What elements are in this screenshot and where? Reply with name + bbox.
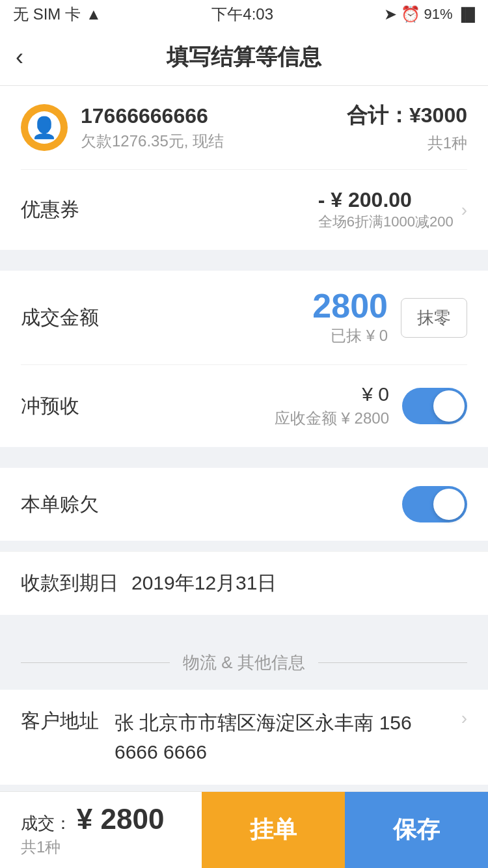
status-bar: 无 SIM 卡 ▲ 下午4:03 ➤ ⏰ 91% ▐█: [0, 0, 488, 29]
content-area: 👤 17666666666 欠款1276.35元, 现结 合计：¥3000 共1…: [0, 86, 488, 868]
wifi-icon: ▲: [86, 5, 102, 23]
due-date-value: 2019年12月31日: [131, 570, 277, 597]
carrier-text: 无 SIM 卡: [13, 4, 81, 25]
bottom-price: ¥ 2800: [77, 803, 165, 835]
section-gap-3: [0, 625, 488, 636]
chong-values: ¥ 0 应收金额 ¥ 2800: [275, 383, 389, 429]
section-gap-2: [0, 457, 488, 468]
battery-text: 91%: [424, 6, 453, 23]
chong-toggle[interactable]: [402, 388, 467, 424]
sheqian-label: 本单赊欠: [21, 491, 99, 518]
status-right: ➤ ⏰ 91% ▐█: [384, 5, 475, 23]
total-amount: 合计：¥3000: [347, 102, 467, 130]
customer-phone: 17666666666: [81, 104, 347, 128]
alarm-icon: ⏰: [401, 5, 420, 23]
logistics-line-left: [21, 662, 170, 663]
address-label: 客户地址: [21, 708, 99, 735]
due-date-section: 收款到期日 2019年12月31日: [0, 552, 488, 615]
bottom-chengjiao-label: 成交：: [21, 813, 72, 833]
sheqian-toggle[interactable]: [402, 486, 467, 522]
chong-row: 冲预收 ¥ 0 应收金额 ¥ 2800: [0, 365, 488, 447]
amount-sub: 已抹 ¥ 0: [312, 325, 388, 346]
bottom-bar: 成交： ¥ 2800 共1种 挂单 保存: [0, 791, 488, 868]
address-chevron-icon: ›: [461, 708, 467, 729]
amount-right: 2800 已抹 ¥ 0 抹零: [312, 289, 467, 346]
section-gap-1: [0, 260, 488, 271]
logistics-text: 物流 & 其他信息: [183, 651, 305, 674]
amount-section: 成交金额 2800 已抹 ¥ 0 抹零 冲预收 ¥ 0 应收金额 ¥ 2800: [0, 271, 488, 447]
logistics-divider: 物流 & 其他信息: [0, 636, 488, 690]
save-button[interactable]: 保存: [345, 792, 488, 869]
page-title: 填写结算等信息: [167, 42, 321, 72]
bottom-summary: 成交： ¥ 2800 共1种: [0, 803, 202, 858]
coupon-right: - ¥ 200.00 全场6折满1000减200 ›: [318, 188, 467, 232]
total-label: 合计：: [347, 103, 409, 127]
chong-right: ¥ 0 应收金额 ¥ 2800: [275, 383, 467, 429]
customer-debt: 欠款1276.35元, 现结: [81, 131, 347, 152]
avatar: 👤: [21, 104, 68, 151]
customer-row: 👤 17666666666 欠款1276.35元, 现结 合计：¥3000 共1…: [0, 86, 488, 169]
battery-icon: ▐█: [457, 7, 475, 22]
total-value: ¥3000: [409, 103, 467, 127]
sheqian-section: 本单赊欠: [0, 468, 488, 541]
coupon-desc: 全场6折满1000减200: [318, 212, 454, 232]
chong-sub: 应收金额 ¥ 2800: [275, 408, 389, 429]
coupon-discount: - ¥ 200.00: [318, 188, 454, 212]
status-left: 无 SIM 卡 ▲: [13, 4, 102, 25]
customer-info: 17666666666 欠款1276.35元, 现结: [81, 104, 347, 152]
sheqian-toggle-knob: [433, 489, 465, 520]
coupon-label: 优惠券: [21, 197, 79, 223]
amount-value: 2800: [312, 289, 388, 323]
amount-label: 成交金额: [21, 305, 99, 331]
address-value: 张 北京市市辖区海淀区永丰南 156 6666 6666: [115, 708, 454, 766]
avatar-icon: 👤: [31, 115, 57, 140]
chong-label: 冲预收: [21, 393, 79, 420]
mozero-button[interactable]: 抹零: [401, 298, 467, 338]
due-date-label: 收款到期日: [21, 570, 118, 597]
coupon-row[interactable]: 优惠券 - ¥ 200.00 全场6折满1000减200 ›: [0, 170, 488, 250]
customer-total: 合计：¥3000 共1种: [347, 102, 467, 154]
back-button[interactable]: ‹: [16, 44, 23, 71]
total-count: 共1种: [347, 133, 467, 154]
status-time: 下午4:03: [211, 4, 273, 25]
nav-bar: ‹ 填写结算等信息: [0, 29, 488, 86]
coupon-chevron-icon: ›: [461, 200, 467, 221]
guadan-button[interactable]: 挂单: [202, 792, 345, 869]
amount-row: 成交金额 2800 已抹 ¥ 0 抹零: [0, 271, 488, 364]
customer-card: 👤 17666666666 欠款1276.35元, 现结 合计：¥3000 共1…: [0, 86, 488, 250]
address-row[interactable]: 客户地址 张 北京市市辖区海淀区永丰南 156 6666 6666 ›: [0, 690, 488, 785]
bottom-chengjiao-row: 成交： ¥ 2800: [21, 803, 181, 835]
toggle-knob: [433, 390, 465, 422]
chong-amount: ¥ 0: [275, 383, 389, 405]
bottom-count: 共1种: [21, 837, 181, 858]
location-icon: ➤: [384, 5, 397, 23]
logistics-line-right: [318, 662, 467, 663]
